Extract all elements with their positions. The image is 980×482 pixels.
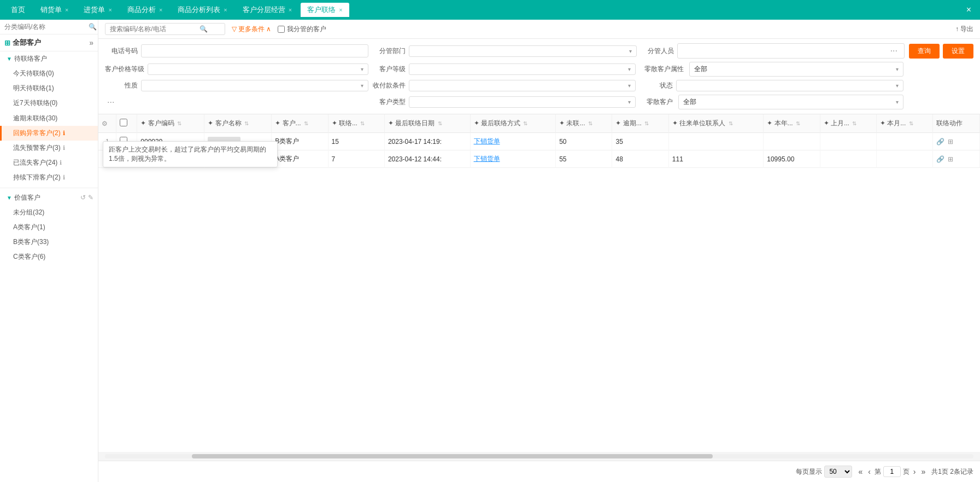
page-number-input[interactable] [883,466,901,477]
qr-icon[interactable]: ⊞ [948,155,953,163]
zero-attr-select[interactable]: 全部 ▾ [689,62,903,77]
sidebar-item-class-b[interactable]: B类客户(33) [0,235,98,249]
sidebar-item-declining[interactable]: 持续下滑客户(2) ℹ [0,170,98,185]
col-header-customer-type[interactable]: ✦ 客户... ⇅ [272,114,328,133]
refresh-icon[interactable]: ↺ [80,194,86,201]
info-icon: ℹ [63,143,65,153]
value-customers-group[interactable]: ▼ 价值客户 ↺ ✎ [0,190,98,205]
search-input[interactable] [110,25,197,33]
chevron-down-icon: ▾ [896,99,899,105]
link-icon[interactable]: 🔗 [936,138,944,146]
my-customers-checkbox[interactable]: 我分管的客户 [278,25,326,34]
col-header-this-year[interactable]: ✦ 本年... ⇅ [764,114,820,133]
pending-contact-group[interactable]: ▼ 待联络客户 [0,51,98,66]
manager-label: 分管人员 [641,47,674,56]
close-icon[interactable]: × [339,7,342,13]
close-icon[interactable]: × [108,7,112,13]
per-page-select[interactable]: 50 100 200 [824,466,852,478]
settings-col-header[interactable]: ⚙ [98,114,116,133]
next-page-button[interactable]: › [912,467,918,476]
close-icon[interactable]: × [224,7,227,13]
more-conditions-button[interactable]: ▽ 更多条件 ∧ [232,25,271,34]
price-grade-select[interactable]: ▾ [148,63,368,75]
collapse-icon[interactable]: » [89,38,93,47]
edit-icon[interactable]: ✎ [88,194,93,201]
last-contact-method[interactable]: 下销货单 [470,133,556,150]
search-icon[interactable]: 🔍 [199,25,208,33]
customer-type-select[interactable]: ▾ [409,96,636,108]
col-header-last-contact-date[interactable]: ✦ 最后联络日期 ⇅ [384,114,470,133]
sidebar-item-today[interactable]: 今天待联络(0) [0,66,98,81]
close-icon[interactable]: × [65,7,68,13]
settings-button[interactable]: 设置 [943,44,973,59]
query-button[interactable]: 查询 [909,44,940,59]
settings-icon[interactable]: ⚙ [102,120,108,127]
col-header-unit-contacts[interactable]: ✦ 往来单位联系人 ⇅ [668,114,763,133]
sidebar-item-class-a[interactable]: A类客户(1) [0,220,98,235]
checkbox-col-header[interactable] [116,114,137,133]
last-contact-method[interactable]: 下销货单 [470,150,556,168]
tab-product-analysis[interactable]: 商品分析 × [121,3,169,17]
col-header-last-contact-method[interactable]: ✦ 最后联络方式 ⇅ [470,114,556,133]
col-header-no-contact[interactable]: ✦ 未联... ⇅ [556,114,612,133]
tab-sales-order[interactable]: 销货单 × [34,3,75,17]
tab-customer-layered[interactable]: 客户分层经营 × [236,3,298,17]
col-header-code[interactable]: ✦ 客户编码 ⇅ [137,114,204,133]
horizontal-scrollbar[interactable] [105,454,973,458]
payment-select[interactable]: ▾ [409,80,636,91]
col-header-name[interactable]: ✦ 客户名称 ⇅ [204,114,272,133]
filter-icon: ▽ [232,25,237,33]
all-customers-header[interactable]: ⊞ 全部客户 » [0,34,98,51]
col-header-contact-count[interactable]: ✦ 联络... ⇅ [328,114,384,133]
manager-select[interactable]: ··· [677,43,905,59]
sort-icon: ⇅ [588,120,592,126]
col-header-this-month[interactable]: ✦ 本月... ⇅ [876,114,932,133]
link-icon[interactable]: 🔗 [936,155,944,163]
customer-grade-select[interactable]: ▾ [409,63,636,75]
action-icons: 🔗 ⊞ [936,138,976,146]
sidebar-search-input[interactable] [4,23,86,31]
tab-purchase-order[interactable]: 进货单 × [77,3,118,17]
sidebar-item-tomorrow[interactable]: 明天待联络(1) [0,81,98,96]
tab-customer-contact[interactable]: 客户联络 × [301,3,349,17]
col-header-last-month[interactable]: ✦ 上月... ⇅ [820,114,876,133]
status-select[interactable]: ▾ [676,80,903,91]
sort-icon: ⇅ [360,120,365,126]
close-icon[interactable]: × [289,7,292,13]
sidebar-item-already-lost[interactable]: 已流失客户(24) ℹ [0,155,98,170]
phone-input[interactable] [141,44,368,57]
contact-method-link[interactable]: 下销货单 [474,137,500,145]
first-page-button[interactable]: « [856,467,864,476]
select-all-checkbox[interactable] [120,119,127,126]
sidebar-item-7days[interactable]: 近7天待联络(0) [0,96,98,111]
qr-icon[interactable]: ⊞ [948,138,953,146]
sort-icon: ⇅ [644,120,649,126]
close-icon[interactable]: × [159,7,162,13]
more-fields-icon[interactable]: ··· [105,97,116,107]
tab-product-analysis-list[interactable]: 商品分析列表 × [171,3,233,17]
tab-home[interactable]: 首页 [4,3,32,17]
sidebar-item-unclassified[interactable]: 未分组(32) [0,205,98,220]
customer-grade-label: 客户等级 [373,65,406,74]
gender-select[interactable]: ▾ [141,80,368,91]
my-customers-check[interactable] [278,26,285,33]
dept-select[interactable]: ▾ [409,45,636,57]
contact-method-link[interactable]: 下销货单 [474,155,500,162]
gender-field: 性质 ▾ [105,80,368,91]
zero-customer-select[interactable]: 全部 ▾ [678,95,903,109]
sidebar-item-overdue[interactable]: 逾期未联络(30) [0,111,98,126]
prev-page-button[interactable]: ‹ [866,467,872,476]
dots-icon[interactable]: ··· [888,46,900,56]
sidebar-item-class-c[interactable]: C类客户(6) [0,249,98,264]
customer-type-label: 客户类型 [373,97,406,107]
sort-icon: ⇅ [304,120,308,126]
close-all-tabs-button[interactable]: × [962,5,976,15]
export-button[interactable]: ↑ 导出 [955,25,973,34]
sidebar-search-icon[interactable]: 🔍 [89,23,97,31]
scrollbar-thumb[interactable] [192,454,713,458]
col-header-overdue[interactable]: ✦ 逾期... ⇅ [612,114,668,133]
last-page-button[interactable]: » [920,467,928,476]
sidebar: 🔍 ⊞ 全部客户 » ▼ 待联络客户 今天待联络(0) 明天待联络(1) 近7天… [0,20,98,482]
sidebar-item-repurchase-abnormal[interactable]: 回购异常客户(2) ℹ [0,126,98,141]
sidebar-item-lost-pre[interactable]: 流失预警客户(3) ℹ [0,141,98,155]
